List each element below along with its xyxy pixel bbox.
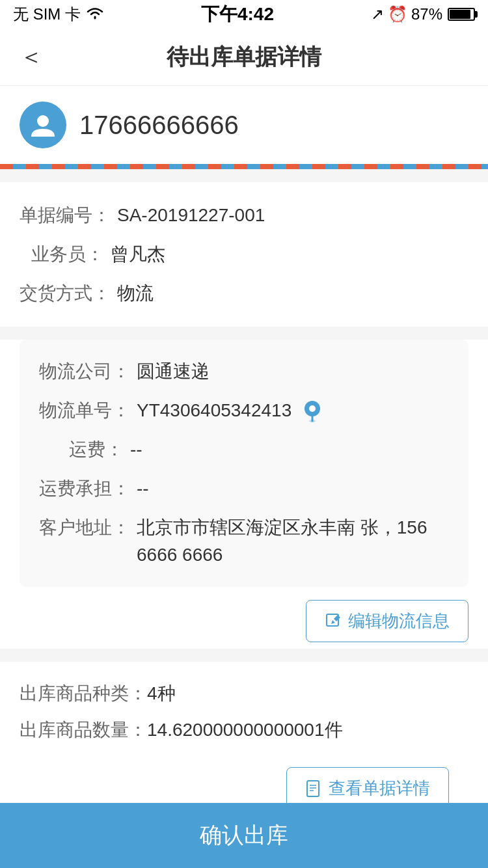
edit-logistics-button[interactable]: 编辑物流信息: [306, 600, 468, 642]
back-button[interactable]: ＜: [20, 41, 43, 73]
delivery-value: 物流: [117, 280, 468, 307]
status-bar: 无 SIM 卡 下午4:42 ↗ ⏰ 87%: [0, 0, 488, 29]
logistics-section: 物流公司： 圆通速递 物流单号： YT4306405342413 运费： -- …: [0, 340, 488, 649]
goods-quantity-value: 14.620000000000001件: [147, 718, 343, 742]
logistics-address-label: 客户地址：: [39, 514, 137, 541]
user-header: 17666666666: [0, 86, 488, 164]
salesman-label: 业务员：: [20, 241, 111, 268]
goods-types-row: 出库商品种类： 4种: [20, 681, 468, 706]
delivery-label: 交货方式：: [20, 280, 117, 307]
logistics-freight-row: 运费： --: [39, 436, 449, 463]
dashed-separator: [0, 164, 488, 169]
logistics-tracking-label: 物流单号：: [39, 397, 137, 424]
page-title: 待出库单据详情: [167, 42, 321, 72]
svg-point-2: [309, 405, 316, 412]
goods-types-value: 4种: [147, 681, 176, 706]
order-no-row: 单据编号： SA-20191227-001: [20, 202, 468, 229]
nav-bar: ＜ 待出库单据详情: [0, 29, 488, 86]
logistics-company-value: 圆通速递: [137, 358, 449, 385]
logistics-company-label: 物流公司：: [39, 358, 137, 385]
map-pin-icon[interactable]: [301, 399, 324, 422]
goods-quantity-row: 出库商品数量： 14.620000000000001件: [20, 718, 468, 742]
battery-icon: [448, 8, 475, 21]
svg-rect-5: [307, 781, 319, 796]
logistics-freight-label: 运费：: [39, 436, 130, 463]
logistics-tracking-row: 物流单号： YT4306405342413: [39, 397, 449, 424]
alarm-status-icon: ⏰: [388, 5, 407, 23]
wifi-icon: [86, 5, 104, 23]
logistics-freight-bearer-row: 运费承担： --: [39, 475, 449, 502]
goods-types-label: 出库商品种类：: [20, 681, 147, 706]
battery-percent: 87%: [411, 5, 442, 23]
logistics-freight-bearer-label: 运费承担：: [39, 475, 137, 502]
delivery-row: 交货方式： 物流: [20, 280, 468, 307]
logistics-card: 物流公司： 圆通速递 物流单号： YT4306405342413 运费： -- …: [20, 340, 468, 587]
logistics-company-row: 物流公司： 圆通速递: [39, 358, 449, 385]
goods-quantity-label: 出库商品数量：: [20, 718, 147, 742]
svg-point-0: [37, 115, 49, 127]
order-info-section: 单据编号： SA-20191227-001 业务员： 曾凡杰 交货方式： 物流: [0, 182, 488, 327]
user-phone: 17666666666: [79, 111, 239, 140]
edit-icon: [325, 612, 343, 631]
logistics-freight-value: --: [130, 436, 449, 463]
svg-point-3: [309, 420, 316, 422]
edit-logistics-container: 编辑物流信息: [0, 587, 488, 649]
document-icon: [305, 780, 323, 798]
logistics-address-row: 客户地址： 北京市市辖区海淀区永丰南 张，156 6666 6666: [39, 514, 449, 569]
logistics-freight-bearer-value: --: [137, 475, 449, 502]
status-left: 无 SIM 卡: [13, 4, 104, 25]
salesman-value: 曾凡杰: [111, 241, 468, 268]
confirm-text: 确认出库: [200, 821, 288, 850]
avatar: [20, 102, 66, 148]
salesman-row: 业务员： 曾凡杰: [20, 241, 468, 268]
logistics-address-value: 北京市市辖区海淀区永丰南 张，156 6666 6666: [137, 514, 449, 569]
carrier-label: 无 SIM 卡: [13, 4, 81, 25]
confirm-bar[interactable]: 确认出库: [0, 803, 488, 868]
status-right: ↗ ⏰ 87%: [371, 5, 475, 23]
logistics-tracking-value: YT4306405342413: [137, 397, 449, 424]
location-status-icon: ↗: [371, 5, 384, 23]
order-no-value: SA-20191227-001: [117, 202, 468, 229]
status-time: 下午4:42: [201, 2, 274, 27]
order-no-label: 单据编号：: [20, 202, 117, 229]
